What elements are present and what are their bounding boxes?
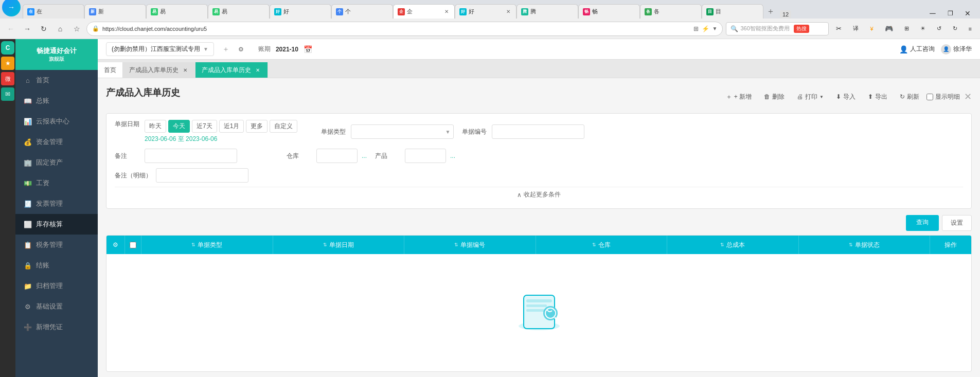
browser-tab-5[interactable]: 好 好 [270, 4, 331, 19]
browser-tab-10[interactable]: 畅 畅 [578, 4, 640, 19]
product-filter-input[interactable] [405, 149, 446, 163]
nav-item-ledger[interactable]: 📖 总账 [15, 91, 98, 111]
th-cost[interactable]: ⇅ 总成本 [667, 236, 799, 254]
app-icon-weibo[interactable]: 微 [1, 72, 14, 85]
date-btn-7days[interactable]: 近7天 [192, 120, 217, 133]
nav-item-archive[interactable]: 📁 归档管理 [15, 276, 98, 296]
browser-tab-9[interactable]: 腾 腾 [516, 4, 578, 19]
collapse-btn[interactable]: ∧ 收起更多条件 [115, 187, 963, 202]
tab-close-8[interactable]: ✕ [505, 8, 512, 15]
print-btn[interactable]: 🖨 打印 ▼ [792, 90, 829, 104]
new-tab-button[interactable]: ＋ [763, 4, 778, 19]
date-btn-yesterday[interactable]: 昨天 [145, 120, 166, 133]
close-panel-btn[interactable]: ✕ [964, 91, 972, 102]
app-icon-star[interactable]: ★ [1, 57, 14, 70]
th-warehouse[interactable]: ⇅ 仓库 [536, 236, 668, 254]
history-tab-1-close[interactable]: ✕ [182, 67, 189, 74]
user-profile-btn[interactable]: 👤 徐泽华 [941, 44, 972, 55]
export-btn[interactable]: ⬆ 导出 [863, 90, 893, 104]
ai-consult-btn[interactable]: 👤 人工咨询 [899, 45, 935, 53]
page-tab-home[interactable]: 首页 [98, 62, 123, 78]
remark-detail-input[interactable] [156, 168, 248, 183]
minimize-button[interactable]: ─ [924, 8, 941, 19]
close-button[interactable]: ✕ [959, 8, 976, 19]
page-tab-history-2[interactable]: 产成品入库单历史 ✕ [195, 62, 268, 78]
nav-item-invoice[interactable]: 🧾 发票管理 [15, 193, 98, 214]
date-btn-today[interactable]: 今天 [168, 120, 190, 133]
num-filter-input[interactable] [492, 124, 584, 139]
nav-item-basic[interactable]: ⚙ 基础设置 [15, 296, 98, 317]
nav-item-settlement[interactable]: 🔒 结账 [15, 255, 98, 276]
page-tab-history-1[interactable]: 产成品入库单历史 ✕ [123, 62, 195, 78]
delete-btn[interactable]: 🗑 删除 [759, 90, 790, 104]
th-date[interactable]: ⇅ 单据日期 [273, 236, 405, 254]
nav-item-fund[interactable]: 💰 资金管理 [15, 132, 98, 152]
app-icon-chanjet[interactable]: C [1, 41, 14, 55]
browser-tab-11[interactable]: 各 各 [640, 4, 702, 19]
home-button[interactable]: ⌂ [54, 22, 67, 35]
nav-item-new-voucher[interactable]: ➕ 新增凭证 [15, 317, 98, 337]
th-num[interactable]: ⇅ 单据编号 [404, 236, 536, 254]
th-status[interactable]: ⇅ 单据状态 [799, 236, 931, 254]
browser-tab-2[interactable]: 新 新 [84, 4, 146, 19]
browser-tab-3[interactable]: 易 易 [146, 4, 208, 19]
browser-tab-8[interactable]: 好 好 ✕ [455, 4, 516, 19]
undo-toolbar-btn[interactable]: ↺ [933, 22, 946, 35]
nav-item-cloud-report[interactable]: 📊 云报表中心 [15, 111, 98, 132]
th-settings[interactable]: ⚙ [106, 236, 125, 254]
settings-query-btn[interactable]: 设置 [942, 215, 972, 231]
remark-filter-input[interactable] [145, 149, 237, 163]
nav-item-inventory[interactable]: ⬜ 库存核算 [15, 214, 98, 235]
show-detail-checkbox[interactable] [926, 94, 933, 100]
game-toolbar-btn[interactable]: 🎮 [881, 22, 897, 35]
search-bar-360[interactable]: 🔍 360智能抠图免费用 热搜 [726, 22, 829, 35]
th-type[interactable]: ⇅ 单据类型 [141, 236, 273, 254]
grid-toolbar-btn[interactable]: ⊞ [900, 22, 913, 35]
back-button[interactable]: ← [4, 22, 17, 35]
browser-tab-6[interactable]: 个 个 [331, 4, 393, 19]
company-selector[interactable]: (勿删勿禁用）江西服宝测试专用 ▼ [106, 42, 214, 56]
tab-close-7[interactable]: ✕ [443, 8, 450, 15]
redo-toolbar-btn[interactable]: ↻ [949, 22, 961, 35]
import-btn[interactable]: ⬇ 导入 [831, 90, 861, 104]
browser-tab-4[interactable]: 易 易 [208, 4, 270, 19]
currency-toolbar-btn[interactable]: ¥ [866, 22, 877, 35]
sun-toolbar-btn[interactable]: ☀ [916, 22, 930, 35]
forward-button[interactable]: → [21, 22, 34, 35]
calendar-icon[interactable]: 📅 [304, 45, 312, 53]
show-detail-btn[interactable]: 显示明细 [926, 93, 960, 101]
refresh-btn[interactable]: ↻ 刷新 [895, 90, 924, 104]
nav-item-fixed-asset[interactable]: 🏢 固定资产 [15, 152, 98, 173]
history-tab-2-close[interactable]: ✕ [254, 67, 261, 74]
nav-item-tax[interactable]: 📋 税务管理 [15, 235, 98, 255]
cut-toolbar-btn[interactable]: ✂ [832, 22, 846, 35]
archive-icon: 📁 [24, 282, 32, 290]
select-all-checkbox[interactable] [130, 242, 136, 248]
app-icon-email[interactable]: ✉ [1, 87, 14, 101]
warehouse-filter-input[interactable] [316, 149, 358, 163]
date-btn-custom[interactable]: 自定义 [270, 120, 297, 133]
query-btn[interactable]: 查询 [906, 215, 939, 231]
date-btn-more[interactable]: 更多 [246, 120, 268, 133]
more-toolbar-btn[interactable]: ≡ [965, 22, 976, 35]
nav-item-home[interactable]: ⌂ 首页 [15, 70, 98, 91]
browser-tab-7[interactable]: 企 企 ✕ [393, 4, 455, 19]
type-select[interactable]: ▼ [351, 124, 454, 139]
address-bar[interactable]: 🔒 https://cloud.chanjet.com/accounting/u… [86, 22, 723, 36]
refresh-browser-button[interactable]: ↻ [37, 22, 50, 35]
dropdown-icon[interactable]: ▼ [712, 26, 718, 31]
settings-btn[interactable]: ⚙ [235, 43, 248, 56]
translate-toolbar-btn[interactable]: 译 [849, 22, 863, 35]
refresh-label: 刷新 [907, 93, 919, 101]
add-company-btn[interactable]: ＋ [222, 45, 229, 54]
nav-item-payroll[interactable]: 💵 工资 [15, 173, 98, 193]
warehouse-more-icon[interactable]: ... [362, 152, 367, 159]
new-btn[interactable]: ＋ + 新增 [721, 90, 757, 104]
browser-tab-1[interactable]: 在 在 [23, 4, 84, 19]
date-btn-1month[interactable]: 近1月 [219, 120, 244, 133]
th-checkbox[interactable] [125, 236, 141, 254]
restore-button[interactable]: ❐ [942, 8, 958, 19]
browser-tab-12[interactable]: 目 目 [702, 4, 763, 19]
product-more-icon[interactable]: ... [450, 152, 455, 159]
bookmark-button[interactable]: ☆ [70, 22, 83, 35]
